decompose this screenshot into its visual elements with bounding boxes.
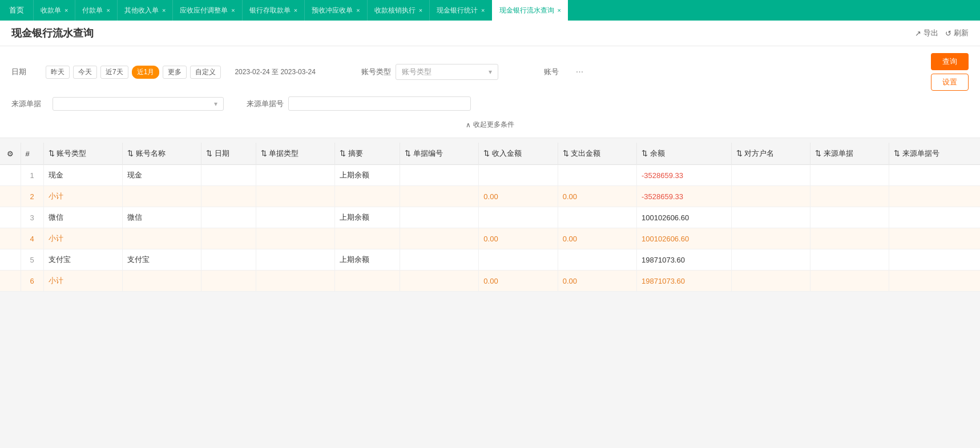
account-dots[interactable]: ··· xyxy=(571,67,588,77)
row-source-doc xyxy=(810,165,889,186)
nav-tab-应收应付调整单[interactable]: 应收应付调整单 × xyxy=(172,0,241,21)
close-icon[interactable]: × xyxy=(558,7,561,14)
row-checkbox[interactable] xyxy=(0,249,21,271)
nav-tab-现金银行统计[interactable]: 现金银行统计 × xyxy=(429,0,491,21)
date-label: 日期 xyxy=(11,67,34,77)
date-btn-1month[interactable]: 近1月 xyxy=(132,66,160,79)
row-doc-no xyxy=(400,165,479,186)
row-balance: 19871073.60 xyxy=(637,249,732,271)
table-row[interactable]: 4 小计 0.00 0.00 100102606.60 xyxy=(0,228,980,249)
nav-tab-label: 收款核销执行 xyxy=(374,6,416,15)
table-row[interactable]: 2 小计 0.00 0.00 -3528659.33 xyxy=(0,186,980,207)
column-doc-type[interactable]: ⇅ 单据类型 xyxy=(256,143,334,165)
close-icon[interactable]: × xyxy=(294,7,297,14)
row-account-name xyxy=(122,271,201,292)
row-account-type: 小计 xyxy=(43,271,122,292)
nav-tab-收款核销执行[interactable]: 收款核销执行 × xyxy=(367,0,429,21)
row-summary xyxy=(334,186,400,207)
nav-tab-其他收入单[interactable]: 其他收入单 × xyxy=(117,0,172,21)
row-checkbox[interactable] xyxy=(0,228,21,249)
column-date[interactable]: ⇅ 日期 xyxy=(201,143,256,165)
nav-tab-现金银行流水查询[interactable]: 现金银行流水查询 × xyxy=(492,0,568,21)
row-summary: 上期余额 xyxy=(334,165,400,186)
table-header-row: ⚙ # ⇅ 账号类型 ⇅ 账号名称 ⇅ 日期 ⇅ 单据类型 xyxy=(0,143,980,165)
row-account-type: 小计 xyxy=(43,228,122,249)
page-header: 现金银行流水查询 ↗ 导出 ↺ 刷新 xyxy=(0,21,980,46)
filter-row-source: 来源单据 ▾ 来源单据号 xyxy=(11,96,969,111)
column-counterpart[interactable]: ⇅ 对方户名 xyxy=(731,143,810,165)
close-icon[interactable]: × xyxy=(481,7,485,14)
header-actions: ↗ 导出 ↺ 刷新 xyxy=(915,28,969,38)
refresh-button[interactable]: ↺ 刷新 xyxy=(945,28,969,38)
row-doc-no xyxy=(400,249,479,271)
chevron-down-icon: ▾ xyxy=(214,100,217,108)
row-num: 3 xyxy=(21,207,43,228)
table-row[interactable]: 5 支付宝 支付宝 上期余额 19871073.60 xyxy=(0,249,980,271)
nav-tab-label: 预收冲应收单 xyxy=(312,6,353,15)
date-range-display: 2023-02-24 至 2023-03-24 xyxy=(235,67,315,77)
row-date xyxy=(201,165,256,186)
column-account-name[interactable]: ⇅ 账号名称 xyxy=(122,143,201,165)
row-balance: 100102606.60 xyxy=(637,228,732,249)
nav-tab-label: 现金银行统计 xyxy=(437,6,478,15)
row-summary xyxy=(334,228,400,249)
column-account-type[interactable]: ⇅ 账号类型 xyxy=(43,143,122,165)
export-button[interactable]: ↗ 导出 xyxy=(915,28,938,38)
date-btn-today[interactable]: 今天 xyxy=(73,66,97,79)
column-income[interactable]: ⇅ 收入金额 xyxy=(479,143,558,165)
column-gear[interactable]: ⚙ xyxy=(0,143,21,165)
row-account-type: 小计 xyxy=(43,186,122,207)
date-btn-7days[interactable]: 近7天 xyxy=(100,66,128,79)
date-btn-yesterday[interactable]: 昨天 xyxy=(46,66,70,79)
nav-tab-付款单[interactable]: 付款单 × xyxy=(75,0,116,21)
row-doc-no xyxy=(400,186,479,207)
nav-tab-预收冲应收单[interactable]: 预收冲应收单 × xyxy=(304,0,366,21)
close-icon[interactable]: × xyxy=(356,7,360,14)
row-source-doc xyxy=(810,249,889,271)
row-summary: 上期余额 xyxy=(334,207,400,228)
settings-button[interactable]: 设置 xyxy=(931,74,969,91)
column-balance[interactable]: ⇅ 余额 xyxy=(637,143,732,165)
table-row[interactable]: 3 微信 微信 上期余额 100102606.60 xyxy=(0,207,980,228)
date-btn-custom[interactable]: 自定义 xyxy=(190,66,221,79)
row-expense: 0.00 xyxy=(558,228,636,249)
row-date xyxy=(201,228,256,249)
column-source-doc[interactable]: ⇅ 来源单据 xyxy=(810,143,889,165)
row-num: 4 xyxy=(21,228,43,249)
row-date xyxy=(201,249,256,271)
column-summary[interactable]: ⇅ 摘要 xyxy=(334,143,400,165)
row-checkbox[interactable] xyxy=(0,186,21,207)
close-icon[interactable]: × xyxy=(419,7,422,14)
row-checkbox[interactable] xyxy=(0,165,21,186)
row-income xyxy=(479,207,558,228)
row-balance: -3528659.33 xyxy=(637,186,732,207)
row-counterpart xyxy=(731,271,810,292)
row-income xyxy=(479,249,558,271)
nav-tab-收款单[interactable]: 收款单 × xyxy=(33,0,75,21)
close-icon[interactable]: × xyxy=(162,7,166,14)
row-source-doc-no xyxy=(889,207,980,228)
row-summary: 上期余额 xyxy=(334,249,400,271)
table-row[interactable]: 1 现金 现金 上期余额 -3528659.33 xyxy=(0,165,980,186)
source-doc-select[interactable]: ▾ xyxy=(53,97,224,111)
close-icon[interactable]: × xyxy=(106,7,110,14)
nav-tab-银行存取款单[interactable]: 银行存取款单 × xyxy=(242,0,304,21)
collapse-bar[interactable]: ∧ 收起更多条件 xyxy=(11,116,969,131)
row-num: 1 xyxy=(21,165,43,186)
close-icon[interactable]: × xyxy=(64,7,68,14)
date-btn-more[interactable]: 更多 xyxy=(163,66,187,79)
column-source-doc-no[interactable]: ⇅ 来源单据号 xyxy=(889,143,980,165)
account-type-select[interactable]: 账号类型 ▾ xyxy=(396,64,498,80)
source-doc-no-input[interactable] xyxy=(288,96,471,111)
row-account-type: 支付宝 xyxy=(43,249,122,271)
row-account-type: 现金 xyxy=(43,165,122,186)
column-doc-no[interactable]: ⇅ 单据编号 xyxy=(400,143,479,165)
query-button[interactable]: 查询 xyxy=(931,53,969,70)
column-expense[interactable]: ⇅ 支出金额 xyxy=(558,143,636,165)
row-checkbox[interactable] xyxy=(0,271,21,292)
close-icon[interactable]: × xyxy=(231,7,235,14)
nav-home[interactable]: 首页 xyxy=(0,0,33,21)
row-account-name: 支付宝 xyxy=(122,249,201,271)
table-row[interactable]: 6 小计 0.00 0.00 19871073.60 xyxy=(0,271,980,292)
row-checkbox[interactable] xyxy=(0,207,21,228)
